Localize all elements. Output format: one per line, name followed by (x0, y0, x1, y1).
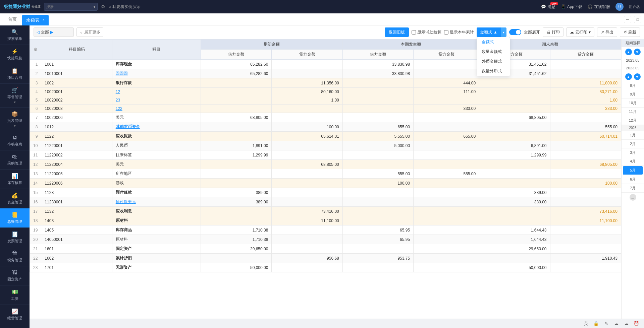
bottom-time-btn[interactable]: ⏰ (633, 320, 640, 327)
cell-name[interactable]: 回回回 (112, 69, 201, 78)
top-search-input[interactable]: 搜索 ▾ (44, 3, 98, 11)
period-item-2023-05-start[interactable]: 2023.05 (622, 57, 644, 64)
download-icon: 📱 (561, 4, 566, 9)
cell-name[interactable]: 预付款美元 (112, 197, 201, 207)
sidebar-item-search[interactable]: 🔍 搜索菜单 (0, 25, 30, 45)
bottom-cloud-btn[interactable]: ☁ (612, 320, 620, 327)
export-btn[interactable]: ↗ 导出 (597, 27, 617, 37)
period-more-btn[interactable]: ... (630, 194, 636, 201)
period-down-btn[interactable]: ▼ (634, 73, 641, 80)
period-prev-btn[interactable]: ▲ (625, 49, 632, 55)
sidebar-item-operations[interactable]: 📈 经营管理 (0, 305, 30, 324)
tab-max-btn[interactable]: □ (634, 16, 641, 23)
expand-all-toggle[interactable] (509, 29, 521, 35)
th-oc: 贷方金额 (272, 50, 342, 60)
expand-all-label: 全部展开 (524, 29, 540, 35)
period-item-jul[interactable]: 7月 (622, 184, 644, 193)
period-panel: 期间选择 ▲ ▼ 2023.05 2023.05 ▲ ▼ 8月 9月 10月 1… (621, 39, 644, 319)
format-option-foreign-amount[interactable]: 外币金额式 (477, 57, 510, 66)
cell-no: 11 (30, 150, 41, 160)
table-row: 510020002231.001.00 (30, 96, 621, 105)
period-item-oct[interactable]: 10月 (622, 99, 644, 108)
cell-name[interactable]: 23 (112, 96, 201, 105)
sidebar-item-invoice[interactable]: 🧾 发票管理 (0, 228, 30, 247)
sidebar-item-salary[interactable]: 💵 工资 (0, 285, 30, 305)
message-btn[interactable]: 💬 消息 99+ (541, 4, 555, 10)
cell-no: 9 (30, 132, 41, 141)
show-aid-checkbox[interactable] (412, 30, 416, 35)
sidebar-item-ecommerce[interactable]: 🖥 小畅电商 (0, 131, 30, 150)
cell-cc (414, 244, 479, 254)
show-year-checkbox[interactable] (444, 30, 448, 35)
breadcrumb[interactable]: ◁ 全部 ▶ (34, 27, 74, 37)
sidebar-item-ledger[interactable]: 📒 总账管理 (0, 208, 30, 228)
period-item-aug[interactable]: 8月 (622, 81, 644, 90)
tab-home[interactable]: 首页 (3, 13, 22, 25)
bottom-lang-btn[interactable]: 英 (582, 320, 590, 327)
cell-cd: 33,830.98 (342, 69, 413, 78)
gear-icon[interactable]: ⚙ (101, 4, 105, 9)
expand-more-btn[interactable]: ⌄ 展开更多 (76, 27, 103, 37)
online-service-btn[interactable]: 🎧 在线客服 (588, 4, 610, 10)
cell-ec (550, 150, 621, 160)
cell-od (201, 96, 271, 105)
period-up-btn[interactable]: ▲ (625, 73, 632, 80)
format-dropdown-main-btn[interactable]: 金额式 ▲ (477, 27, 501, 37)
format-option-qty-amount[interactable]: 数量金额式 (477, 47, 510, 57)
format-option-amount[interactable]: 金额式 (477, 37, 510, 47)
tab-min-btn[interactable]: ─ (624, 16, 631, 23)
cell-ed: 1,644.43 (479, 225, 550, 235)
show-year-label[interactable]: 显示本年累计 (444, 29, 474, 35)
cell-ec (550, 141, 621, 150)
sidebar-item-finance[interactable]: 💰 资金管理 (0, 189, 30, 208)
th-settings[interactable]: ⚙ (30, 40, 41, 60)
demo-link[interactable]: ○ 我要看实例演示 (109, 4, 141, 10)
bottom-cloud2-btn[interactable]: ☁ (623, 320, 630, 327)
sidebar-item-tax[interactable]: 🏛 税务管理 (0, 247, 30, 266)
sidebar-item-purchase[interactable]: 🛍 采购管理 (0, 150, 30, 170)
show-aid-label[interactable]: 显示辅助核算 (412, 29, 441, 35)
bottom-edit-btn[interactable]: ✎ (602, 320, 610, 327)
refresh-btn[interactable]: ↺ 刷新 (620, 27, 640, 37)
sidebar-item-inventory[interactable]: 📊 库存核算 (0, 170, 30, 189)
table-settings-icon[interactable]: ⚙ (34, 47, 38, 52)
sidebar-item-expense[interactable]: 📝 小畅报销 (0, 324, 30, 328)
period-item-mar[interactable]: 3月 (622, 148, 644, 157)
cell-cd (342, 113, 413, 122)
period-next-btn[interactable]: ▼ (634, 49, 641, 55)
cell-od (201, 254, 271, 263)
period-item-dec[interactable]: 12月 (622, 116, 644, 125)
cell-name[interactable]: 122 (112, 105, 201, 113)
period-item-sep[interactable]: 9月 (622, 90, 644, 99)
sidebar-item-assets[interactable]: 🏗 固定资产 (0, 266, 30, 285)
cell-ed: 6,891.00 (479, 141, 550, 150)
return-old-version-btn[interactable]: 退回旧版 (385, 27, 409, 37)
sidebar-item-retail[interactable]: 🛒 零售管理 ▾ (0, 84, 30, 108)
period-item-jun[interactable]: 6月 (622, 175, 644, 184)
sidebar-item-project[interactable]: 📋 项目合同 (0, 64, 30, 84)
sidebar-item-wholesale[interactable]: 📦 批发管理 ▾ (0, 108, 30, 131)
toolbar: ◁ 全部 ▶ ⌄ 展开更多 退回旧版 显示辅助核算 显示本年累计 (30, 25, 644, 39)
cell-code: 11220001 (41, 141, 112, 150)
print-btn[interactable]: 🖨 打印 (543, 27, 564, 37)
tab-close-btn[interactable]: × (43, 18, 45, 22)
cell-no: 3 (30, 78, 41, 88)
bottom-lock-btn[interactable]: 🔒 (592, 320, 600, 327)
cell-oc: 956.68 (272, 254, 342, 263)
app-download-btn[interactable]: 📱 App下载 (561, 4, 582, 10)
sidebar-item-quick-nav[interactable]: ⚡ 快捷导航 (0, 45, 30, 64)
tab-balance-sheet[interactable]: 余额表 × (22, 15, 49, 25)
format-dropdown[interactable]: 金额式 ▲ ▾ 金额式 数量金额式 外币金额式 数量外币式 (477, 27, 506, 37)
format-option-qty-foreign[interactable]: 数量外币式 (477, 66, 510, 76)
period-item-nov[interactable]: 11月 (622, 108, 644, 116)
period-item-jan[interactable]: 1月 (622, 131, 644, 140)
user-avatar[interactable]: U (615, 3, 624, 11)
period-item-may[interactable]: 5月 (623, 166, 643, 175)
cell-name[interactable]: 12 (112, 88, 201, 96)
format-dropdown-arrow-btn[interactable]: ▾ (501, 27, 506, 37)
cloud-print-btn[interactable]: ☁ 云打印 ▾ (566, 27, 594, 37)
period-item-feb[interactable]: 2月 (622, 140, 644, 148)
period-item-apr[interactable]: 4月 (622, 157, 644, 166)
cell-name[interactable]: 其他货币资金 (112, 122, 201, 132)
period-item-2023-05-end[interactable]: 2023.05 (622, 64, 644, 72)
